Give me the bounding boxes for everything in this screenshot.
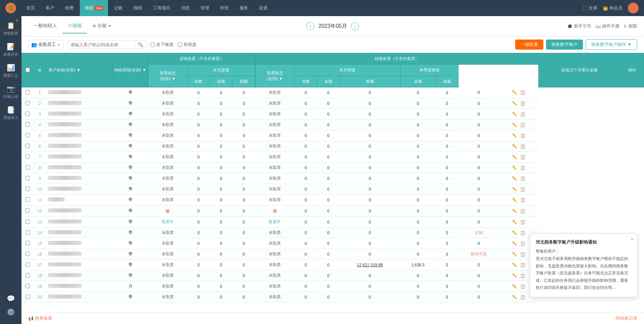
edit-btn[interactable]: ✏️ [512, 155, 517, 159]
nav-customer[interactable]: 客户 [41, 0, 59, 16]
row-checkbox[interactable] [25, 295, 30, 299]
search-button[interactable]: 🔍 [135, 41, 146, 49]
copy-btn[interactable]: 📋 [520, 133, 525, 138]
new-guide-link[interactable]: 🎓 新手引导 [567, 23, 591, 29]
has-taxpad-checkbox-label[interactable]: 有税盘 [178, 42, 197, 48]
th-client-name[interactable]: 客户名称(全部) ▼ [46, 53, 113, 87]
edit-btn[interactable]: ✏️ [512, 284, 517, 289]
nav-settings[interactable]: 设置 [254, 0, 272, 16]
copy-btn[interactable]: 📋 [520, 144, 525, 149]
popup-close-btn[interactable]: × [631, 237, 634, 243]
row-checkbox[interactable] [25, 122, 30, 127]
row-checkbox[interactable] [25, 197, 30, 202]
copy-btn[interactable]: 📋 [520, 101, 525, 106]
tax-policy-link[interactable]: 📢 税务政策 [28, 315, 52, 321]
row-checkbox[interactable] [25, 154, 30, 159]
row-checkbox[interactable] [25, 165, 30, 170]
edit-btn[interactable]: ✏️ [512, 198, 517, 202]
edit-btn[interactable]: ✏️ [512, 252, 517, 257]
sidebar-item-ticket-entry[interactable]: 📑 票据录入 [1, 103, 21, 123]
copy-btn[interactable]: 📋 [520, 252, 525, 257]
next-month-btn[interactable]: › [351, 22, 359, 30]
nav-service[interactable]: 服务 [235, 0, 253, 16]
row-checkbox[interactable] [25, 219, 30, 224]
row-checkbox[interactable] [25, 144, 30, 148]
sidebar-item-chat[interactable]: 💬 [1, 292, 21, 305]
row-checkbox[interactable] [25, 187, 30, 191]
edit-btn[interactable]: ✏️ [512, 231, 517, 235]
row-checkbox[interactable] [25, 101, 30, 105]
copy-btn[interactable]: 📋 [520, 263, 525, 267]
copy-btn[interactable]: 📋 [520, 187, 525, 192]
copy-btn[interactable]: 📋 [520, 273, 525, 278]
search-input[interactable] [68, 41, 135, 49]
copy-btn[interactable]: 📋 [520, 231, 525, 235]
nav-message[interactable]: 消息 [176, 0, 195, 16]
th-out-status[interactable]: 取票状态(全部) ▼ [255, 65, 294, 87]
row-checkbox[interactable] [25, 90, 30, 94]
edit-btn[interactable]: ✏️ [512, 263, 517, 267]
tab-all-capable[interactable]: ⊕ 全能 ▼ [87, 19, 117, 34]
edit-btn[interactable]: ✏️ [512, 176, 517, 181]
row-checkbox[interactable] [25, 252, 30, 256]
staff-selector[interactable]: 👥 全部员工 ▼ [28, 40, 63, 49]
edit-btn[interactable]: ✏️ [512, 112, 517, 117]
vip-btn[interactable]: 👑 购会员 [603, 5, 623, 11]
refresh-link[interactable]: ↻ 刷新 [624, 23, 637, 29]
copy-btn[interactable]: 📋 [520, 295, 525, 300]
copy-btn[interactable]: 📋 [520, 284, 525, 289]
nav-billing[interactable]: 收费 [60, 0, 78, 16]
copy-btn[interactable]: 📋 [520, 220, 525, 224]
row-checkbox[interactable] [25, 112, 30, 116]
tax-digital-op-btn[interactable]: 税务数字账户操作 ▼ [586, 39, 637, 50]
nav-home[interactable]: 首页 [21, 0, 40, 16]
edit-btn[interactable]: ✏️ [512, 273, 517, 278]
tax-digital-account-btn[interactable]: 税务数字账户 [546, 40, 583, 50]
edit-btn[interactable]: ✏️ [512, 295, 517, 300]
nav-tax[interactable]: 报税 [129, 0, 147, 16]
one-key-ticket-btn[interactable]: 一键取票 [515, 40, 543, 50]
th-tax-period[interactable]: 纳税周期(全部) ▼ [113, 53, 148, 87]
sidebar-item-invoice-open[interactable]: 📝 发票开具 [1, 40, 21, 60]
row-checkbox[interactable] [25, 230, 30, 235]
fullscreen-btn[interactable]: ⛶ 全屏 [583, 5, 597, 11]
edit-btn[interactable]: ✏️ [512, 187, 517, 192]
copy-btn[interactable]: 📋 [520, 209, 525, 213]
edit-btn[interactable]: ✏️ [512, 90, 517, 95]
nav-manage[interactable]: 管理 [196, 0, 214, 16]
nav-operate[interactable]: 经营 [215, 0, 233, 16]
row-checkbox[interactable] [25, 241, 30, 245]
copy-btn[interactable]: 📋 [520, 198, 525, 202]
edit-btn[interactable]: ✏️ [512, 144, 517, 149]
select-all-checkbox[interactable] [25, 68, 30, 72]
manual-link[interactable]: 📖 操作手册 [595, 23, 620, 29]
user-avatar[interactable] [628, 3, 639, 13]
row-checkbox[interactable] [25, 273, 30, 277]
row-checkbox[interactable] [25, 133, 30, 137]
copy-btn[interactable]: 📋 [520, 241, 525, 246]
row-checkbox[interactable] [25, 262, 30, 267]
sidebar-item-scan-upload[interactable]: 📷 扫描上传 [1, 82, 21, 102]
tab-small-scale[interactable]: 小规模 [62, 19, 87, 34]
th-config[interactable]: ⚙ [34, 53, 46, 87]
th-in-status[interactable]: 取票状态(全部) ▼ [148, 65, 187, 87]
edit-btn[interactable]: ✏️ [512, 123, 517, 127]
edit-btn[interactable]: ✏️ [512, 101, 517, 106]
sidebar-item-smart-ticket[interactable]: 📋 智能取票 [1, 19, 21, 39]
row-checkbox[interactable] [25, 176, 30, 180]
row-checkbox[interactable] [25, 208, 30, 213]
edit-btn[interactable]: ✏️ [512, 166, 517, 170]
sidebar-item-ticket-summary[interactable]: 📊 票据汇总 [1, 61, 21, 81]
copy-btn[interactable]: 📋 [520, 155, 525, 159]
edit-btn[interactable]: ✏️ [512, 133, 517, 138]
copy-btn[interactable]: 📋 [520, 123, 525, 127]
nav-accounting[interactable]: 记账 [109, 0, 127, 16]
has-taxpad-checkbox[interactable] [178, 43, 182, 47]
under-account-checkbox-label[interactable]: 名下账套 [151, 42, 174, 48]
copy-btn[interactable]: 📋 [520, 166, 525, 170]
copy-btn[interactable]: 📋 [520, 176, 525, 181]
prev-month-btn[interactable]: ‹ [306, 22, 314, 30]
tab-general-taxpayer[interactable]: 一般纳税人 [28, 19, 62, 34]
nav-business[interactable]: 工商项目 [148, 0, 175, 16]
edit-btn[interactable]: ✏️ [512, 209, 517, 213]
